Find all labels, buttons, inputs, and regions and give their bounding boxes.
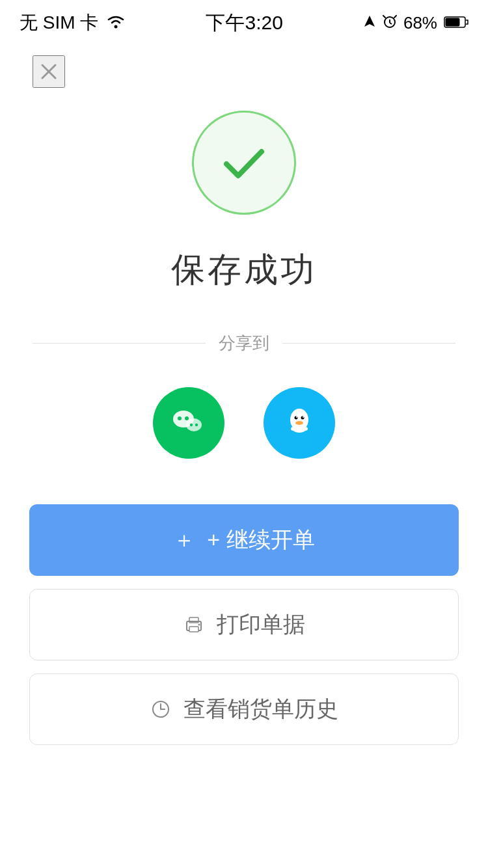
svg-point-10 (185, 416, 189, 420)
history-button[interactable]: 查看销货单历史 (29, 673, 459, 745)
history-icon (150, 698, 172, 720)
qq-share-button[interactable] (264, 387, 335, 459)
svg-rect-5 (446, 18, 460, 26)
status-time: 下午3:20 (206, 10, 282, 36)
svg-point-17 (295, 416, 298, 420)
svg-point-19 (296, 416, 297, 418)
svg-rect-26 (189, 627, 198, 632)
svg-point-12 (190, 424, 193, 426)
svg-point-0 (115, 25, 118, 29)
print-label: 打印单据 (217, 610, 305, 640)
svg-point-24 (303, 427, 308, 431)
svg-point-21 (295, 421, 303, 425)
svg-point-9 (178, 416, 182, 420)
success-icon-circle (192, 111, 296, 215)
wechat-share-button[interactable] (153, 387, 224, 459)
close-button[interactable] (33, 55, 65, 88)
svg-point-20 (303, 416, 304, 418)
share-divider: 分享到 (33, 332, 455, 355)
svg-point-13 (195, 424, 198, 426)
svg-point-23 (291, 427, 296, 431)
continue-button[interactable]: ＋ + 继续开单 (29, 504, 459, 576)
svg-point-18 (301, 416, 305, 420)
continue-label: + 继续开单 (207, 525, 314, 555)
location-icon (363, 13, 376, 33)
main-content: 保存成功 分享到 (0, 46, 488, 745)
status-left: 无 SIM 卡 (20, 10, 126, 35)
alarm-icon (383, 13, 397, 33)
battery-text: 68% (403, 13, 437, 33)
print-icon (183, 614, 205, 636)
plus-icon: ＋ (173, 525, 195, 555)
share-icons (33, 387, 455, 459)
print-button[interactable]: 打印单据 (29, 589, 459, 660)
history-label: 查看销货单历史 (183, 694, 338, 724)
status-bar: 无 SIM 卡 下午3:20 68% (0, 0, 488, 46)
action-buttons: ＋ + 继续开单 打印单据 查看销货单历史 (29, 504, 459, 745)
share-label: 分享到 (219, 332, 269, 355)
status-right: 68% (363, 13, 468, 33)
svg-line-3 (390, 23, 392, 24)
share-section: 分享到 (0, 332, 488, 459)
svg-point-28 (198, 624, 200, 626)
success-title: 保存成功 (171, 247, 317, 293)
no-sim-text: 无 SIM 卡 (20, 10, 98, 35)
wifi-icon (106, 12, 126, 33)
svg-point-11 (186, 418, 202, 431)
battery-icon (444, 13, 468, 33)
